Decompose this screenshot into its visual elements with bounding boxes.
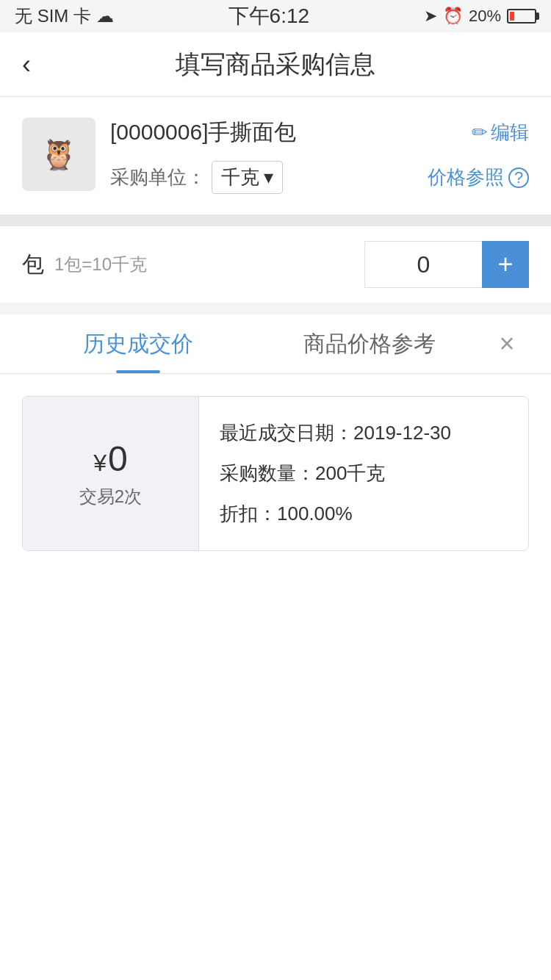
qty-value: 200千克 — [315, 462, 385, 484]
recent-date-label: 最近成交日期： — [220, 422, 353, 444]
discount-value: 100.00% — [277, 502, 353, 525]
tabs-row: 历史成交价 商品价格参考 × — [0, 314, 551, 374]
unit-select-dropdown[interactable]: 千克 ▾ — [212, 161, 283, 194]
status-right: ➤ ⏰ 20% — [424, 7, 536, 26]
qty-label: 采购数量： — [220, 462, 315, 484]
unit-value: 千克 — [221, 165, 259, 190]
price-ref-button[interactable]: 价格参照 ? — [428, 165, 529, 190]
product-info: [0000006]手撕面包 ✏ 编辑 采购单位： 千克 ▾ 价格参照 ? — [110, 118, 529, 194]
quantity-row: 包 1包=10千克 0 + — [0, 226, 551, 303]
tab-history-price-label: 历史成交价 — [83, 329, 193, 359]
tab-history-price[interactable]: 历史成交价 — [22, 314, 253, 373]
quantity-input[interactable]: 0 — [364, 241, 482, 288]
price-card: ¥ 0 交易2次 最近成交日期：2019-12-30 采购数量：200千克 折扣… — [22, 396, 529, 551]
battery-icon — [507, 9, 536, 24]
dropdown-arrow-icon: ▾ — [264, 166, 273, 189]
price-ref-panel: 历史成交价 商品价格参考 × ¥ 0 交易2次 最近成交日期：2019-12-3… — [0, 314, 551, 573]
product-name: [0000006]手撕面包 — [110, 118, 296, 148]
recent-date-value: 2019-12-30 — [353, 422, 451, 444]
unit-text: 采购单位： — [110, 165, 206, 190]
sim-label: 无 SIM 卡 ☁ — [15, 4, 114, 28]
lower-area — [0, 573, 551, 980]
discount-label: 折扣： — [220, 502, 277, 525]
price-ref-label: 价格参照 — [428, 165, 504, 190]
status-time: 下午6:12 — [228, 2, 310, 30]
status-bar: 无 SIM 卡 ☁ 下午6:12 ➤ ⏰ 20% — [0, 0, 551, 32]
unit-tag: 包 1包=10千克 — [22, 250, 147, 280]
status-left: 无 SIM 卡 ☁ — [15, 4, 114, 28]
tab-product-price-ref[interactable]: 商品价格参考 — [253, 314, 485, 373]
qty-row: 采购数量：200千克 — [220, 459, 508, 488]
section-divider — [0, 215, 551, 226]
alarm-icon: ⏰ — [443, 7, 463, 26]
product-card: 🦉 [0000006]手撕面包 ✏ 编辑 采购单位： 千克 ▾ 价格参照 ? — [0, 97, 551, 215]
transaction-count: 交易2次 — [79, 485, 142, 508]
product-unit-row: 采购单位： 千克 ▾ 价格参照 ? — [110, 161, 529, 194]
unit-conversion: 1包=10千克 — [54, 253, 147, 276]
tab-product-price-ref-label: 商品价格参考 — [303, 329, 436, 359]
edit-icon: ✏ — [472, 121, 488, 144]
edit-button[interactable]: ✏ 编辑 — [472, 120, 529, 145]
price-amount: 0 — [108, 439, 128, 479]
quantity-control: 0 + — [364, 241, 529, 288]
price-ref-help-icon: ? — [508, 167, 529, 188]
product-thumbnail-icon: 🦉 — [40, 137, 77, 172]
page-title: 填写商品采购信息 — [176, 48, 375, 82]
unit-box-label: 包 — [22, 250, 44, 280]
unit-label: 采购单位： 千克 ▾ — [110, 161, 283, 194]
battery-percent: 20% — [469, 7, 501, 26]
product-header: [0000006]手撕面包 ✏ 编辑 — [110, 118, 529, 148]
edit-label: 编辑 — [491, 120, 529, 145]
price-card-left: ¥ 0 交易2次 — [23, 397, 199, 550]
price-record-area: ¥ 0 交易2次 最近成交日期：2019-12-30 采购数量：200千克 折扣… — [0, 374, 551, 573]
panel-close-button[interactable]: × — [485, 314, 529, 373]
price-card-right: 最近成交日期：2019-12-30 采购数量：200千克 折扣：100.00% — [199, 397, 528, 550]
product-image: 🦉 — [22, 118, 96, 191]
currency-symbol: ¥ — [93, 450, 107, 477]
quantity-plus-button[interactable]: + — [482, 241, 529, 288]
location-icon: ➤ — [424, 7, 437, 26]
back-button[interactable]: ‹ — [22, 49, 31, 80]
recent-date-row: 最近成交日期：2019-12-30 — [220, 419, 508, 447]
nav-bar: ‹ 填写商品采购信息 — [0, 32, 551, 97]
discount-row: 折扣：100.00% — [220, 500, 508, 528]
